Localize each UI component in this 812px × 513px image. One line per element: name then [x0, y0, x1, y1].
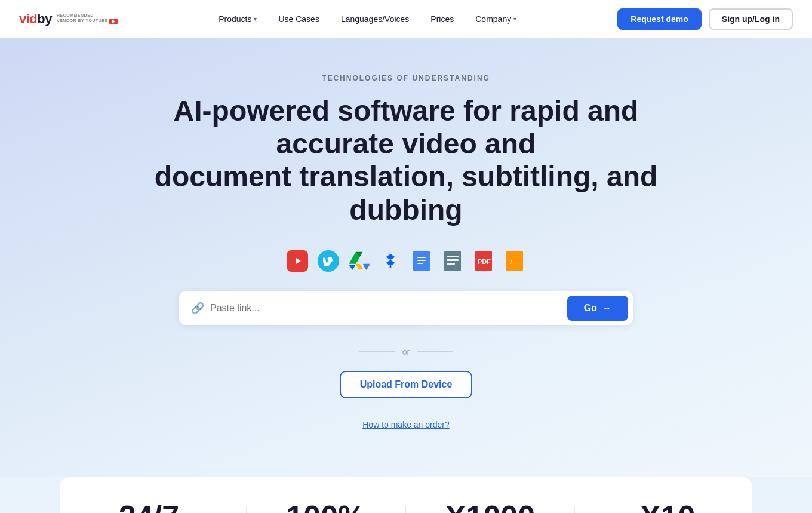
- stat-x1000: X1000 ✓ FASTER: [445, 501, 535, 513]
- google-docs-icon[interactable]: [411, 250, 432, 272]
- youtube-icon[interactable]: [287, 250, 308, 272]
- search-bar: 🔗 Go →: [179, 291, 633, 325]
- or-line-right: [417, 351, 453, 352]
- service-icons-row: PDF ♪: [12, 250, 800, 272]
- nav-center: Products ▾ Use Cases Languages/Voices Pr…: [210, 10, 525, 29]
- svg-rect-9: [447, 263, 455, 265]
- stat-divider-2: [405, 506, 406, 513]
- vimeo-icon[interactable]: [318, 250, 339, 272]
- or-line-left: [359, 351, 395, 352]
- google-sheets-icon[interactable]: [442, 250, 463, 272]
- stat-x10-number: X10: [615, 501, 721, 513]
- nav-right: Request demo Sign up/Log in: [617, 8, 793, 30]
- search-input[interactable]: [210, 303, 567, 314]
- pdf-icon[interactable]: PDF: [473, 250, 494, 272]
- or-text: or: [402, 347, 410, 357]
- company-chevron-icon: ▾: [513, 16, 516, 22]
- nav-languages[interactable]: Languages/Voices: [333, 10, 417, 29]
- google-drive-icon[interactable]: [349, 250, 370, 272]
- nav-left: vidby RECOMMENDED VENDOR BY YOUTUBE: [19, 11, 118, 27]
- badge-line2: VENDOR BY YOUTUBE: [57, 19, 118, 24]
- logo-badge: RECOMMENDED VENDOR BY YOUTUBE: [57, 13, 118, 24]
- logo-red: vid: [19, 11, 37, 26]
- stat-247: 24/7 ✓ ACCESSIBLE WORLDWIDE: [91, 501, 207, 513]
- logo[interactable]: vidby RECOMMENDED VENDOR BY YOUTUBE: [19, 11, 118, 27]
- stat-x10: X10 ✓ MORE COST-EFFECTIVE: [615, 501, 721, 513]
- stat-divider-3: [574, 506, 575, 513]
- svg-rect-3: [417, 257, 426, 258]
- request-demo-button[interactable]: Request demo: [617, 8, 701, 30]
- stat-100pct: 100% ✓ AUTOMATED: [286, 501, 365, 513]
- logo-blue: by: [37, 11, 52, 26]
- signup-login-button[interactable]: Sign up/Log in: [709, 8, 793, 30]
- svg-point-1: [390, 266, 392, 268]
- svg-rect-4: [417, 260, 426, 261]
- nav-company[interactable]: Company ▾: [467, 10, 525, 29]
- nav-products[interactable]: Products ▾: [210, 10, 265, 29]
- upload-from-device-button[interactable]: Upload From Device: [340, 371, 473, 398]
- arrow-right-icon: →: [602, 303, 611, 314]
- logo-text: vidby: [19, 11, 52, 27]
- hero-section: TECHNOLOGIES OF UNDERSTANDING AI-powered…: [0, 38, 812, 477]
- svg-marker-0: [296, 258, 301, 264]
- svg-rect-8: [447, 259, 459, 261]
- nav-use-cases[interactable]: Use Cases: [270, 10, 327, 29]
- badge-line1: RECOMMENDED: [57, 13, 118, 18]
- stat-100pct-number: 100%: [286, 501, 365, 513]
- stats-section: 24/7 ✓ ACCESSIBLE WORLDWIDE 100% ✓ AUTOM…: [60, 477, 752, 513]
- hero-tag: TECHNOLOGIES OF UNDERSTANDING: [12, 74, 800, 82]
- nav-prices[interactable]: Prices: [422, 10, 462, 29]
- svg-rect-5: [417, 263, 423, 264]
- stat-247-number: 24/7: [91, 501, 207, 513]
- stat-divider-1: [246, 506, 247, 513]
- go-button[interactable]: Go →: [567, 296, 628, 321]
- stat-x1000-number: X1000: [445, 501, 535, 513]
- link-icon: 🔗: [191, 302, 204, 315]
- or-divider: or: [12, 347, 800, 357]
- navbar: vidby RECOMMENDED VENDOR BY YOUTUBE Prod…: [0, 0, 812, 38]
- products-chevron-icon: ▾: [254, 16, 257, 22]
- svg-text:PDF: PDF: [478, 258, 491, 265]
- dropbox-icon[interactable]: [380, 250, 401, 272]
- hero-title: AI-powered software for rapid and accura…: [149, 94, 663, 226]
- svg-text:♪: ♪: [509, 257, 513, 266]
- how-to-make-order-link[interactable]: How to make an order?: [362, 420, 450, 429]
- svg-rect-7: [447, 256, 459, 257]
- audio-icon[interactable]: ♪: [504, 250, 525, 272]
- youtube-badge-icon: [109, 19, 118, 24]
